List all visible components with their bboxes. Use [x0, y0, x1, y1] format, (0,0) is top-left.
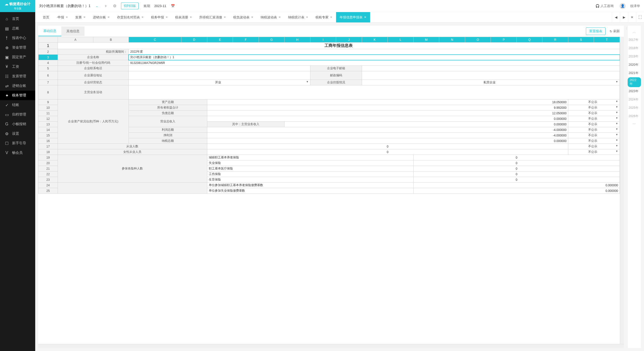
column-header[interactable]: T [594, 37, 620, 43]
column-header[interactable]: S [568, 37, 594, 43]
column-header[interactable]: N [439, 37, 465, 43]
nav-item[interactable]: ⇄进销台账 [0, 81, 35, 91]
year-item[interactable]: 2023年 [628, 87, 641, 95]
cell[interactable]: -4.000000 [207, 127, 568, 133]
cell-dropdown[interactable]: 不公示▼ [568, 111, 620, 116]
cell-dropdown[interactable]: 不公示▼ [568, 99, 620, 105]
row-number[interactable]: 19 [38, 155, 58, 160]
tab[interactable]: 进销台账✕ [89, 12, 113, 22]
column-header[interactable]: L [388, 37, 414, 43]
tab-close-icon[interactable]: ✕ [83, 16, 86, 19]
row-number[interactable]: 2 [38, 49, 58, 55]
cell[interactable]: 9.992000 [207, 105, 568, 111]
cell-dropdown[interactable]: 不公示▼ [568, 133, 620, 138]
cell[interactable]: 0.000000 [413, 188, 620, 194]
cell-dropdown[interactable]: 不公示▼ [568, 122, 620, 127]
row-number[interactable]: 25 [38, 188, 58, 194]
nav-item[interactable]: ▣固定资产 [0, 52, 35, 62]
tab-close-icon[interactable]: ✕ [224, 16, 226, 19]
chevron-down-icon[interactable]: ▼ [616, 122, 618, 125]
tab[interactable]: ·申报✕ [53, 12, 72, 22]
tab[interactable]: 发票✕ [72, 12, 89, 22]
consult-link[interactable]: 🎧 人工咨询 [595, 4, 614, 8]
row-number[interactable]: 5 [38, 66, 58, 71]
cell[interactable] [129, 85, 620, 99]
tab[interactable]: 税表清册✕ [172, 12, 196, 22]
column-header[interactable]: A [58, 37, 93, 43]
year-item[interactable]: 2024年 [628, 95, 641, 104]
cell[interactable]: 0 [413, 166, 620, 171]
cell[interactable]: 91320811MA7NGR2W6R [129, 60, 620, 66]
cell-dropdown[interactable]: 不公示▼ [568, 149, 620, 155]
cell-dropdown[interactable]: 开业▼ [129, 80, 310, 85]
cell[interactable]: -4.000000 [207, 133, 568, 138]
cell[interactable]: 12.050000 [207, 111, 568, 116]
horizontal-scrollbar[interactable] [38, 344, 624, 348]
year-item[interactable]: 2017年 [628, 36, 641, 44]
row-number[interactable]: 24 [38, 183, 58, 188]
tab-close-icon[interactable]: ✕ [278, 16, 281, 19]
column-header[interactable]: C [129, 37, 181, 43]
column-header[interactable]: H [285, 37, 310, 43]
column-header[interactable]: E [207, 37, 233, 43]
tab[interactable]: 税务申报✕ [147, 12, 172, 22]
cell[interactable]: 0 [413, 160, 620, 166]
chevron-down-icon[interactable]: ▼ [616, 80, 618, 83]
nav-item[interactable]: ☐新手引导 [0, 138, 35, 148]
year-item[interactable]: 2025年 [628, 104, 641, 112]
spreadsheet[interactable]: ABCDEFGHIJKLMNOPQRST 1工商年报信息表2税款所属期间：202… [38, 37, 620, 344]
chevron-down-icon[interactable]: ▼ [616, 133, 618, 136]
row-number[interactable]: 8 [38, 85, 58, 99]
tabs-close-button[interactable]: ✕ [628, 12, 636, 23]
nav-item[interactable]: ¥工资 [0, 62, 35, 72]
row-number[interactable]: 10 [38, 105, 58, 111]
tab-close-icon[interactable]: ✕ [66, 16, 68, 19]
subtab-other[interactable]: 其他信息 [61, 26, 85, 36]
row-number[interactable]: 15 [38, 133, 58, 138]
row-number[interactable]: 1 [38, 43, 58, 49]
tabs-expand-button[interactable]: ⛶ [636, 12, 644, 23]
reset-button[interactable]: 重置报表 [586, 27, 606, 35]
tab[interactable]: 纳税统计表✕ [285, 12, 312, 22]
nav-item[interactable]: ⌂首页 [0, 14, 35, 24]
chevron-down-icon[interactable]: ▼ [616, 117, 618, 119]
column-header[interactable]: P [491, 37, 517, 43]
nav-item[interactable]: ⚙设置 [0, 129, 35, 138]
vertical-scrollbar[interactable] [620, 37, 624, 344]
refresh-button[interactable]: ↻刷新 [610, 29, 620, 33]
year-item[interactable]: 2022年 [628, 77, 641, 87]
year-down-icon[interactable]: ﹀ [631, 120, 637, 128]
chevron-down-icon[interactable]: ▼ [306, 80, 309, 83]
tab-close-icon[interactable]: ✕ [330, 16, 332, 19]
column-header[interactable]: K [362, 37, 388, 43]
tab[interactable]: 首页 [39, 12, 53, 22]
cell[interactable]: 18.050000 [207, 99, 568, 105]
collapse-handle[interactable]: 〈 [624, 26, 627, 348]
cell[interactable] [129, 71, 310, 80]
year-item[interactable]: 2021年 [628, 69, 641, 77]
chevron-down-icon[interactable]: ▼ [616, 111, 618, 114]
cell[interactable]: 0.000000 [413, 183, 620, 188]
cell[interactable] [362, 71, 620, 80]
row-number[interactable]: 6 [38, 71, 58, 80]
tab-close-icon[interactable]: ✕ [107, 16, 110, 19]
row-number[interactable]: 18 [38, 149, 58, 155]
row-number[interactable]: 20 [38, 160, 58, 166]
calendar-icon[interactable]: 📅 [171, 4, 175, 8]
column-header[interactable]: M [413, 37, 439, 43]
column-header[interactable]: R [542, 37, 568, 43]
chevron-down-icon[interactable]: ▼ [616, 100, 618, 103]
chevron-down-icon[interactable]: ▼ [616, 106, 618, 108]
corner-cell[interactable] [38, 37, 58, 43]
avatar[interactable]: 👤 [620, 3, 626, 9]
cell[interactable]: 0 [413, 155, 620, 160]
cell[interactable]: 2022年度 [129, 49, 620, 55]
chevron-down-icon[interactable]: ▼ [616, 139, 618, 142]
tab[interactable]: 纳税波动表✕ [257, 12, 285, 22]
column-header[interactable]: D [181, 37, 207, 43]
row-number[interactable]: 12 [38, 116, 58, 122]
year-item[interactable]: 2019年 [628, 52, 641, 61]
row-number[interactable]: 4 [38, 60, 58, 66]
cell[interactable] [129, 66, 310, 71]
nav-item[interactable]: ▭归档管理 [0, 110, 35, 119]
